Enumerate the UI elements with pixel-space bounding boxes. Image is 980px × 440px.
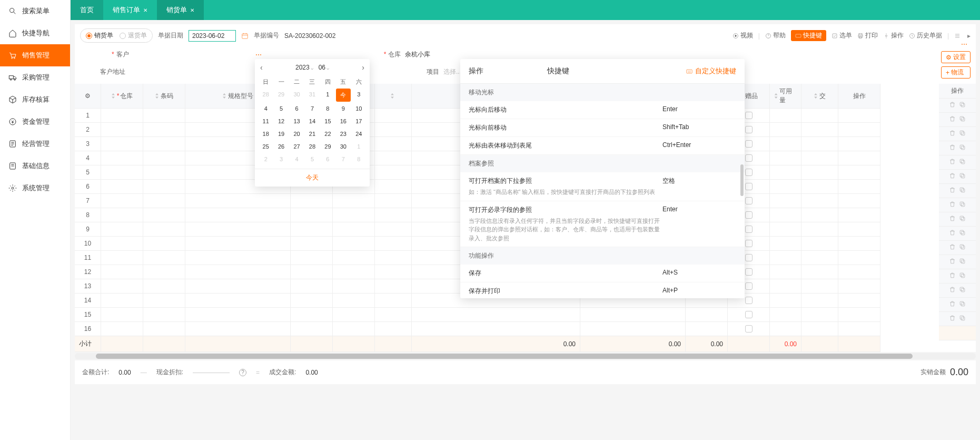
checkbox[interactable] — [745, 112, 753, 119]
cell-16-12[interactable] — [801, 322, 838, 336]
close-icon[interactable]: ✕ — [143, 7, 147, 13]
cell-1-1[interactable] — [101, 109, 143, 123]
help-icon[interactable]: ? — [239, 369, 246, 376]
cell-1-13[interactable] — [838, 109, 880, 123]
cell-9-12[interactable] — [801, 222, 838, 237]
cell-4-13[interactable] — [838, 151, 880, 165]
cell-12-12[interactable] — [801, 265, 838, 279]
cal-day-14[interactable]: 14 — [305, 115, 319, 127]
cell-14-4[interactable] — [291, 294, 333, 308]
cell-11-13[interactable] — [838, 251, 880, 265]
cell-14-3[interactable] — [185, 294, 291, 308]
cell-14-11[interactable] — [770, 294, 801, 308]
cell-13-12[interactable] — [801, 279, 838, 294]
cell-15-9[interactable] — [686, 308, 728, 322]
cell-11-4[interactable] — [291, 251, 333, 265]
cell-7-4[interactable] — [291, 194, 333, 208]
delete-icon[interactable] — [949, 172, 956, 181]
copy-icon[interactable] — [959, 144, 966, 152]
cell-15-2[interactable] — [143, 308, 185, 322]
cal-day-22[interactable]: 22 — [321, 128, 335, 140]
cal-day-18[interactable]: 18 — [259, 128, 273, 140]
delete-icon[interactable] — [949, 101, 956, 110]
action-kbd[interactable]: 快捷键 — [791, 30, 826, 41]
cell-9-1[interactable] — [101, 222, 143, 237]
cal-day-prev[interactable]: 30 — [290, 89, 304, 102]
delete-icon[interactable] — [949, 300, 956, 309]
cal-day-next[interactable]: 2 — [259, 153, 273, 165]
cal-day-1[interactable]: 1 — [321, 89, 335, 102]
copy-icon[interactable] — [959, 215, 966, 223]
sidebar-item-box[interactable]: 库存核算 — [0, 89, 70, 111]
radio-销货单[interactable]: 销货单 — [86, 31, 113, 40]
cal-day-next[interactable]: 8 — [352, 153, 366, 165]
cell-5-0[interactable]: 5 — [75, 165, 101, 180]
cell-16-9[interactable] — [686, 322, 728, 336]
sidebar-item-home[interactable]: 快捷导航 — [0, 22, 70, 44]
cal-day-prev[interactable]: 31 — [305, 89, 319, 102]
sidebar-item-search[interactable]: 搜索菜单 — [0, 0, 70, 22]
cal-day-24[interactable]: 24 — [352, 128, 366, 140]
cell-12-3[interactable] — [185, 265, 291, 279]
cal-day-10[interactable]: 10 — [352, 103, 366, 114]
cell-3-2[interactable] — [143, 137, 185, 151]
more-dots-1[interactable]: ⋯ — [252, 51, 265, 58]
logistics-button[interactable]: +物流 — [941, 66, 971, 79]
cell-11-5[interactable] — [333, 251, 375, 265]
cell-7-12[interactable] — [801, 194, 838, 208]
checkbox[interactable] — [745, 226, 753, 233]
checkbox[interactable] — [745, 254, 753, 261]
cell-6-1[interactable] — [101, 180, 143, 194]
cell-9-0[interactable]: 9 — [75, 222, 101, 237]
cal-day-19[interactable]: 19 — [274, 128, 288, 140]
sidebar-item-report[interactable]: 经营管理 — [0, 133, 70, 155]
cell-9-11[interactable] — [770, 222, 801, 237]
cell-11-2[interactable] — [143, 251, 185, 265]
date-input[interactable]: 2023-06-02 — [189, 30, 236, 42]
more-dots-2[interactable]: ⋯ — [958, 41, 971, 48]
cell-12-13[interactable] — [838, 265, 880, 279]
copy-icon[interactable] — [959, 258, 966, 266]
cal-day-8[interactable]: 8 — [321, 103, 335, 114]
cell-15-4[interactable] — [291, 308, 333, 322]
delete-icon[interactable] — [949, 243, 956, 252]
hk-scrollbar[interactable] — [740, 164, 744, 196]
cell-13-6[interactable] — [375, 279, 412, 294]
sidebar-item-info[interactable]: 基础信息 — [0, 155, 70, 177]
cell-8-1[interactable] — [101, 208, 143, 222]
cell-3-0[interactable]: 3 — [75, 137, 101, 151]
cal-day-next[interactable]: 5 — [305, 153, 319, 165]
cell-5-11[interactable] — [770, 165, 801, 180]
cell-2-1[interactable] — [101, 123, 143, 137]
delete-icon[interactable] — [949, 115, 956, 124]
cell-8-3[interactable] — [185, 208, 291, 222]
checkbox[interactable] — [745, 311, 753, 318]
cell-2-13[interactable] — [838, 123, 880, 137]
radio-退货单[interactable]: 退货单 — [120, 31, 147, 40]
cell-10-12[interactable] — [801, 237, 838, 251]
cell-6-12[interactable] — [801, 180, 838, 194]
cal-day-12[interactable]: 12 — [274, 115, 288, 127]
horizontal-scrollbar[interactable] — [75, 353, 976, 359]
action-select[interactable]: 选单 — [831, 31, 852, 40]
cal-day-5[interactable]: 5 — [274, 103, 288, 114]
cell-9-3[interactable] — [185, 222, 291, 237]
expand-icon[interactable]: ▸ — [967, 32, 971, 40]
cell-13-1[interactable] — [101, 279, 143, 294]
cell-9-2[interactable] — [143, 222, 185, 237]
cal-next[interactable]: › — [362, 63, 364, 72]
cell-10-3[interactable] — [185, 237, 291, 251]
cell-8-5[interactable] — [333, 208, 375, 222]
col-header-2[interactable]: 条码 — [143, 84, 185, 109]
cal-day-3[interactable]: 3 — [352, 89, 366, 102]
cell-15-11[interactable] — [770, 308, 801, 322]
cal-day-15[interactable]: 15 — [321, 115, 335, 127]
cell-16-13[interactable] — [838, 322, 880, 336]
cell-7-6[interactable] — [375, 194, 412, 208]
cell-15-6[interactable] — [375, 308, 412, 322]
customer-input[interactable] — [133, 54, 239, 55]
cell-12-11[interactable] — [770, 265, 801, 279]
cell-13-3[interactable] — [185, 279, 291, 294]
cell-3-1[interactable] — [101, 137, 143, 151]
copy-icon[interactable] — [959, 315, 966, 323]
